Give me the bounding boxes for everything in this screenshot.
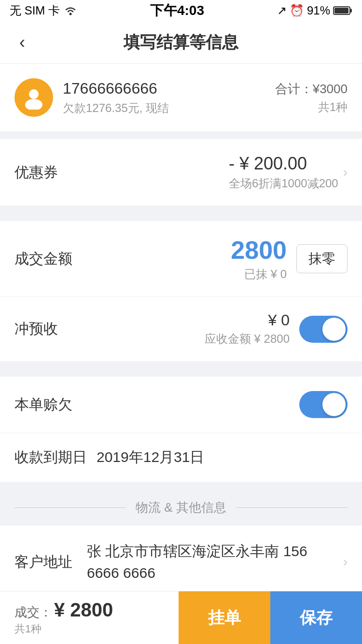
amount-row: 成交金额 2800 已抹 ¥ 0 抹零 [0,221,362,296]
amount-label: 成交金额 [14,249,72,269]
total-label: 合计：¥3000 [275,81,348,98]
address-chevron-icon: › [343,554,348,570]
back-button[interactable]: ‹ [14,28,30,57]
svg-point-5 [25,99,42,110]
user-card: 17666666666 欠款1276.35元, 现结 合计：¥3000 共1种 [0,64,362,131]
content: 17666666666 欠款1276.35元, 现结 合计：¥3000 共1种 … [0,64,362,644]
coupon-right: - ¥ 200.00 全场6折满1000减200 [229,154,338,191]
bottom-summary: 成交： ¥ 2800 共1种 [0,599,179,636]
amount-section: 成交金额 2800 已抹 ¥ 0 抹零 冲预收 ¥ 0 应收金额 ¥ 2800 [0,221,362,361]
address-row[interactable]: 客户地址 张 北京市市辖区海淀区永丰南 156 6666 6666 › [0,526,362,598]
status-right: ↗ ⏰ 91% [277,4,352,17]
user-debt: 欠款1276.35元, 现结 [63,100,169,116]
wifi-icon [64,6,77,15]
round-button[interactable]: 抹零 [296,244,348,273]
prepay-sub: 应收金额 ¥ 2800 [205,331,290,347]
prepay-toggle[interactable] [299,316,348,343]
bottom-deal-row: 成交： ¥ 2800 [14,599,164,621]
save-button[interactable]: 保存 [270,591,362,644]
user-right: 合计：¥3000 共1种 [275,81,348,115]
coupon-desc: 全场6折满1000减200 [229,176,338,191]
battery-label: 91% [307,4,330,17]
debt-section: 本单赊欠 收款到期日 2019年12月31日 [0,377,362,482]
debt-row: 本单赊欠 [0,377,362,433]
debt-label: 本单赊欠 [14,395,72,415]
svg-point-0 [70,13,72,15]
alarm-icon: ⏰ [290,4,304,17]
logistics-label: 物流 & 其他信息 [136,499,226,516]
bottom-amount: ¥ 2800 [54,599,113,621]
page-title: 填写结算等信息 [124,31,238,54]
user-avatar-icon [22,85,46,110]
amount-value: 2800 [231,236,287,265]
bottom-count: 共1种 [14,622,164,636]
svg-point-4 [29,89,39,99]
user-left: 17666666666 欠款1276.35元, 现结 [14,78,169,117]
coupon-chevron-icon: › [343,165,348,180]
debt-toggle-knob [322,393,346,416]
status-time: 下午4:03 [150,1,204,20]
address-label: 客户地址 [14,552,72,572]
prepay-right: ¥ 0 应收金额 ¥ 2800 [205,311,348,347]
toggle-knob [322,318,346,341]
hang-button[interactable]: 挂单 [179,591,270,644]
bottom-deal-label: 成交： [14,604,52,621]
status-bar: 无 SIM 卡 下午4:03 ↗ ⏰ 91% [0,0,362,21]
header-line-left [14,507,126,508]
status-left: 无 SIM 卡 [10,3,77,18]
header-line-right [236,507,348,508]
debt-toggle[interactable] [299,391,348,418]
location-icon: ↗ [277,4,287,17]
coupon-label: 优惠券 [14,163,58,182]
logistics-header: 物流 & 其他信息 [0,490,362,526]
separator-2 [0,369,362,377]
svg-rect-2 [350,9,352,13]
separator-1 [0,213,362,221]
due-date-label: 收款到期日 [14,448,87,467]
coupon-row[interactable]: 优惠券 - ¥ 200.00 全场6折满1000减200 › [0,139,362,206]
coupon-amount: - ¥ 200.00 [229,154,338,174]
amount-right: 2800 已抹 ¥ 0 抹零 [231,236,348,282]
prepay-value-block: ¥ 0 应收金额 ¥ 2800 [205,311,290,347]
prepay-row: 冲预收 ¥ 0 应收金额 ¥ 2800 [0,296,362,361]
svg-rect-3 [334,8,348,14]
user-phone: 17666666666 [63,80,169,98]
due-date-value: 2019年12月31日 [97,448,204,467]
battery-icon [333,5,352,16]
prepay-value: ¥ 0 [205,311,290,329]
avatar [14,78,53,117]
nav-bar: ‹ 填写结算等信息 [0,21,362,64]
prepay-label: 冲预收 [14,319,58,339]
amount-value-block: 2800 已抹 ¥ 0 [231,236,287,282]
due-date-row: 收款到期日 2019年12月31日 [0,433,362,482]
amount-sub: 已抹 ¥ 0 [231,266,287,282]
bottom-bar: 成交： ¥ 2800 共1种 挂单 保存 [0,591,362,644]
address-content: 张 北京市市辖区海淀区永丰南 156 6666 6666 [87,540,338,584]
total-count: 共1种 [275,99,348,115]
user-info: 17666666666 欠款1276.35元, 现结 [63,80,169,116]
sim-status: 无 SIM 卡 [10,3,60,18]
